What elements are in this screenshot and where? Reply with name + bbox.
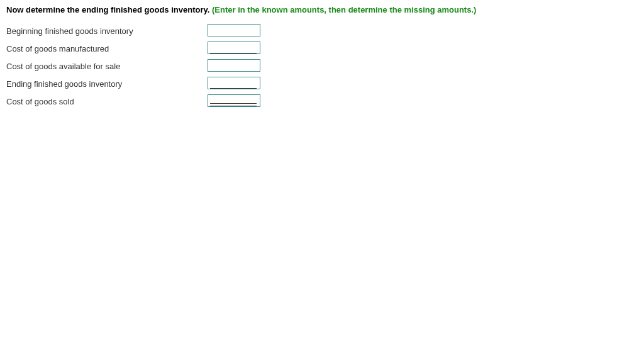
input-cogs[interactable] [208, 94, 260, 107]
row-cogm: Cost of goods manufactured [6, 40, 259, 57]
label-cogas: Cost of goods available for sale [6, 57, 208, 75]
finished-goods-form: Beginning finished goods inventory Cost … [6, 22, 259, 110]
instruction-line: Now determine the ending finished goods … [6, 5, 638, 14]
row-cogas: Cost of goods available for sale [6, 57, 259, 75]
input-cogas[interactable] [208, 59, 260, 72]
label-beginning-inventory: Beginning finished goods inventory [6, 22, 208, 40]
label-ending-inventory: Ending finished goods inventory [6, 75, 208, 92]
instruction-main: Now determine the ending finished goods … [6, 5, 209, 14]
row-ending-inventory: Ending finished goods inventory [6, 75, 259, 92]
label-cogm: Cost of goods manufactured [6, 40, 208, 57]
input-cogm[interactable] [208, 42, 260, 54]
label-cogs: Cost of goods sold [6, 92, 208, 110]
instruction-hint: (Enter in the known amounts, then determ… [212, 5, 476, 14]
input-beginning-inventory[interactable] [208, 24, 260, 36]
input-ending-inventory[interactable] [208, 77, 260, 89]
row-beginning-inventory: Beginning finished goods inventory [6, 22, 259, 40]
row-cogs: Cost of goods sold [6, 92, 259, 110]
